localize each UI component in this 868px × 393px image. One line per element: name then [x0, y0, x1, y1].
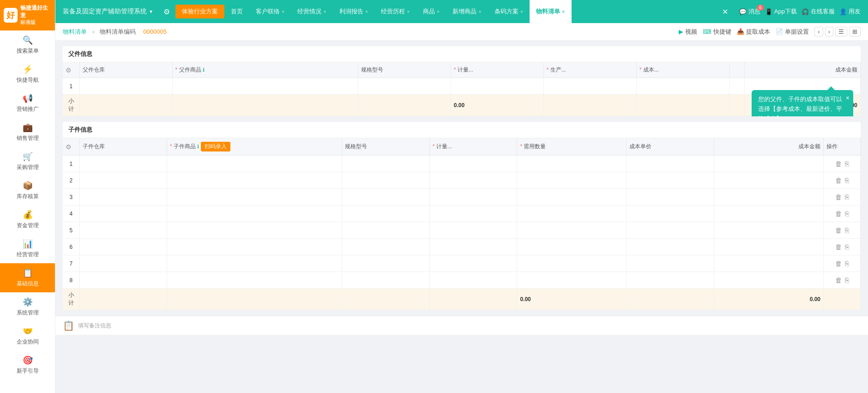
sidebar-item-purchase[interactable]: 🛒采购管理 — [0, 147, 55, 176]
parent-production-cell[interactable] — [543, 78, 636, 95]
child-product-1[interactable] — [167, 172, 342, 189]
child-quantity-0[interactable] — [517, 156, 627, 172]
page-next-button[interactable]: › — [825, 27, 833, 36]
child-warehouse-2[interactable] — [79, 189, 167, 206]
delete-icon-1[interactable]: 🗑 — [835, 176, 842, 184]
page-list-button[interactable]: ☰ — [835, 27, 847, 36]
child-settings-gear-icon[interactable]: ⚙ — [66, 143, 72, 151]
copy-icon-0[interactable]: ⎘ — [845, 160, 849, 168]
breadcrumb-main[interactable]: 物料清单 — [63, 28, 87, 36]
delete-icon-0[interactable]: 🗑 — [835, 160, 842, 168]
nav-tab-6[interactable]: 新增商品 × — [446, 0, 488, 23]
sidebar-item-basic[interactable]: 📋基础信息 — [0, 263, 55, 292]
copy-icon-1[interactable]: ⎘ — [845, 176, 849, 184]
nav-tab-1[interactable]: 客户联络 × — [249, 0, 291, 23]
child-quantity-2[interactable] — [517, 189, 627, 206]
extract-cost-button[interactable]: 📥 提取成本 — [737, 28, 770, 36]
single-settings-button[interactable]: 📄 单据设置 — [776, 28, 809, 36]
child-product-6[interactable] — [167, 255, 342, 272]
sidebar-item-search[interactable]: 🔍搜索菜单 — [0, 30, 55, 60]
settings-gear-icon[interactable]: ⚙ — [66, 67, 72, 74]
sidebar-item-quick-nav[interactable]: ⚡快捷导航 — [0, 60, 55, 89]
tab-close-2[interactable]: × — [323, 9, 326, 14]
sidebar-item-marketing[interactable]: 📢营销推广 — [0, 89, 55, 118]
scan-input-button[interactable]: 扫码录入 — [201, 142, 230, 151]
tab-close-4[interactable]: × — [407, 9, 410, 14]
child-spec-0[interactable] — [342, 156, 430, 172]
child-spec-7[interactable] — [342, 272, 430, 289]
nav-tab-0[interactable]: 首页 — [224, 0, 249, 23]
trial-button[interactable]: 体验行业方案 — [175, 5, 224, 18]
system-title-arrow[interactable]: ▾ — [150, 8, 152, 15]
close-all-tabs-button[interactable]: ✕ — [718, 7, 732, 16]
child-unit-5[interactable] — [429, 239, 517, 255]
delete-icon-6[interactable]: 🗑 — [835, 260, 842, 267]
child-unit-1[interactable] — [429, 172, 517, 189]
child-quantity-1[interactable] — [517, 172, 627, 189]
page-prev-button[interactable]: ‹ — [814, 27, 823, 36]
child-unit-price-2[interactable] — [627, 189, 714, 206]
child-warehouse-1[interactable] — [79, 172, 167, 189]
delete-icon-2[interactable]: 🗑 — [835, 193, 842, 201]
user-menu-button[interactable]: 👤 用友 — [839, 7, 861, 16]
delete-icon-5[interactable]: 🗑 — [835, 243, 842, 251]
child-warehouse-6[interactable] — [79, 255, 167, 272]
child-unit-price-3[interactable] — [627, 206, 714, 222]
child-unit-4[interactable] — [429, 222, 517, 239]
child-spec-6[interactable] — [342, 255, 430, 272]
tab-close-6[interactable]: × — [478, 9, 481, 14]
sidebar-item-sales[interactable]: 💼销售管理 — [0, 118, 55, 147]
sidebar-item-guide[interactable]: 🎯新手引导 — [0, 351, 55, 380]
shortcut-button[interactable]: ⌨ 快捷键 — [703, 28, 731, 36]
child-warehouse-0[interactable] — [79, 156, 167, 172]
child-unit-3[interactable] — [429, 206, 517, 222]
child-product-2[interactable] — [167, 189, 342, 206]
child-quantity-7[interactable] — [517, 272, 627, 289]
child-quantity-4[interactable] — [517, 222, 627, 239]
copy-icon-7[interactable]: ⎘ — [845, 276, 849, 284]
child-unit-price-6[interactable] — [627, 255, 714, 272]
nav-tab-7[interactable]: 条码方案 × — [488, 0, 530, 23]
child-warehouse-4[interactable] — [79, 222, 167, 239]
delete-icon-4[interactable]: 🗑 — [835, 226, 842, 234]
copy-icon-2[interactable]: ⎘ — [845, 193, 849, 201]
child-unit-price-5[interactable] — [627, 239, 714, 255]
parent-unit-cell[interactable] — [451, 78, 543, 95]
parent-warehouse-cell[interactable] — [79, 78, 172, 95]
parent-product-cell[interactable] — [172, 78, 358, 95]
page-expand-button[interactable]: ⊞ — [849, 27, 861, 36]
child-unit-7[interactable] — [429, 272, 517, 289]
parent-spec-cell[interactable] — [358, 78, 451, 95]
sidebar-item-finance[interactable]: 💰资金管理 — [0, 205, 55, 234]
delete-icon-7[interactable]: 🗑 — [835, 276, 842, 284]
child-spec-1[interactable] — [342, 172, 430, 189]
messages-button[interactable]: 💬 消息 6 — [739, 7, 760, 16]
child-unit-price-4[interactable] — [627, 222, 714, 239]
child-unit-0[interactable] — [429, 156, 517, 172]
sidebar-item-enterprise[interactable]: 🤝企业协同 — [0, 321, 55, 351]
tab-close-1[interactable]: × — [282, 9, 284, 14]
nav-tab-5[interactable]: 商品 × — [416, 0, 446, 23]
child-product-5[interactable] — [167, 239, 342, 255]
tab-close-5[interactable]: × — [437, 9, 440, 14]
sidebar-item-inventory[interactable]: 📦库存核算 — [0, 176, 55, 205]
tooltip-close-button[interactable]: × — [846, 93, 850, 103]
nav-tab-8[interactable]: 物料清单 × — [530, 0, 571, 23]
copy-icon-6[interactable]: ⎘ — [845, 260, 849, 267]
tab-close-8[interactable]: × — [562, 9, 565, 14]
child-warehouse-7[interactable] — [79, 272, 167, 289]
child-product-3[interactable] — [167, 206, 342, 222]
parent-costtype-cell[interactable] — [636, 78, 729, 95]
child-warehouse-3[interactable] — [79, 206, 167, 222]
child-quantity-3[interactable] — [517, 206, 627, 222]
child-product-4[interactable] — [167, 222, 342, 239]
copy-icon-4[interactable]: ⎘ — [845, 226, 849, 234]
tab-close-3[interactable]: × — [365, 9, 368, 14]
delete-icon-3[interactable]: 🗑 — [835, 210, 842, 218]
gear-button[interactable]: ⚙ — [160, 7, 174, 16]
child-unit-6[interactable] — [429, 255, 517, 272]
tab-close-7[interactable]: × — [520, 9, 523, 14]
sidebar-item-system[interactable]: ⚙️系统管理 — [0, 292, 55, 321]
nav-tab-2[interactable]: 经营情况 × — [291, 0, 332, 23]
sidebar-item-operation[interactable]: 📊经营管理 — [0, 234, 55, 263]
